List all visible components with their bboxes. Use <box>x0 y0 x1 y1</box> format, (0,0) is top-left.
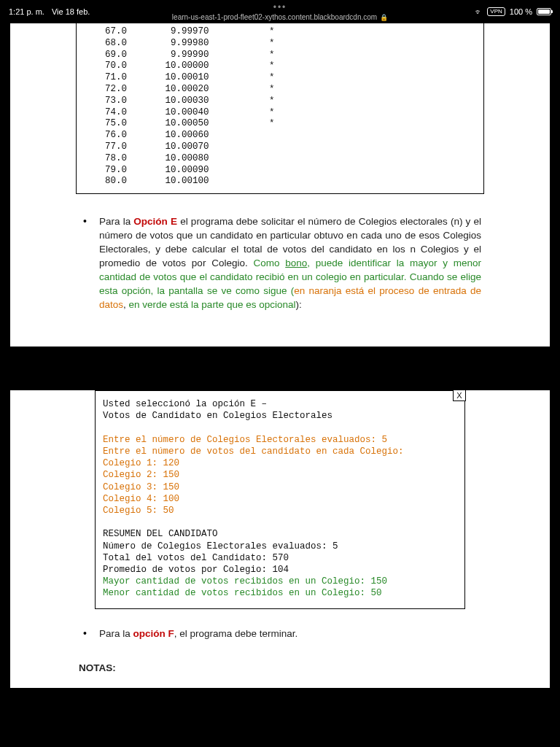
multitask-dots-icon[interactable]: ••• <box>172 3 388 12</box>
console-line: Colegio 4: 100 <box>103 493 457 505</box>
green-hint: en verde está la parte que es opcional <box>129 299 296 310</box>
browser-url: learn-us-east-1-prod-fleet02-xythos.cont… <box>172 13 388 21</box>
console-line: Usted seleccionó la opción E – <box>103 398 457 410</box>
status-time: 1:21 p. m. <box>9 7 44 16</box>
document-page-1: 67.0 9.99970 * 68.0 9.99980 * 69.0 9.999… <box>10 23 550 347</box>
table-row: 75.0 10.00050 * <box>77 118 483 130</box>
option-e-label: Opción E <box>133 216 177 227</box>
option-f-label: opción F <box>133 628 174 639</box>
table-row: 74.0 10.00040 * <box>77 107 483 119</box>
document-page-2: X Usted seleccionó la opción E – Votos d… <box>10 390 550 687</box>
notas-heading: NOTAS: <box>10 646 550 673</box>
table-row: 77.0 10.00070 <box>77 142 483 153</box>
battery-icon <box>537 8 551 15</box>
table-row: 67.0 9.99970 * <box>77 26 483 38</box>
console-line: Votos de Candidato en Colegios Electoral… <box>103 410 457 422</box>
status-date: Vie 18 feb. <box>52 7 90 16</box>
table-row: 79.0 10.00090 <box>77 165 483 177</box>
bullet-option-f: Para la opción F, el programa debe termi… <box>79 627 481 640</box>
console-line: Mayor cantidad de votos recibidos en un … <box>103 576 457 587</box>
console-line: Colegio 5: 50 <box>103 505 457 516</box>
console-line: Promedio de votos por Colegio: 104 <box>103 564 457 576</box>
console-line: Número de Colegios Electorales evaluados… <box>103 541 457 552</box>
console-line: Colegio 1: 120 <box>103 457 457 469</box>
table-row: 72.0 10.00020 * <box>77 84 483 96</box>
numeric-output-box: 67.0 9.99970 * 68.0 9.99980 * 69.0 9.999… <box>76 23 484 194</box>
console-line: Entre el número de votos del candidato e… <box>103 446 457 457</box>
bullet-option-e: Para la Opción E el programa debe solici… <box>79 214 481 311</box>
table-row: 76.0 10.00060 <box>77 130 483 142</box>
console-line: Menor cantidad de votos recibidos en un … <box>103 587 457 599</box>
table-row: 69.0 9.99990 * <box>77 50 483 61</box>
console-line: Colegio 2: 150 <box>103 469 457 481</box>
lock-icon: 🔒 <box>380 14 388 21</box>
table-row: 73.0 10.00030 * <box>77 96 483 107</box>
home-indicator[interactable] <box>192 739 368 743</box>
vpn-badge: VPN <box>487 7 505 16</box>
table-row: 70.0 10.00000 * <box>77 61 483 72</box>
console-line: Total del votos del Candidato: 570 <box>103 552 457 564</box>
console-line: Colegio 3: 150 <box>103 481 457 493</box>
console-output-box: X Usted seleccionó la opción E – Votos d… <box>95 390 465 608</box>
close-icon[interactable]: X <box>453 390 466 401</box>
bonus-label: bono <box>285 258 307 268</box>
wifi-icon: ᯤ <box>475 7 483 16</box>
console-line: RESUMEN DEL CANDIDATO <box>103 528 457 540</box>
status-bar: 1:21 p. m. Vie 18 feb. ••• learn-us-east… <box>0 0 560 23</box>
table-row: 80.0 10.00100 <box>77 176 483 187</box>
battery-percent: 100 % <box>510 7 532 16</box>
console-line: Entre el número de Colegios Electorales … <box>103 434 457 446</box>
table-row: 68.0 9.99980 * <box>77 38 483 50</box>
table-row: 71.0 10.00010 * <box>77 72 483 84</box>
table-row: 78.0 10.00080 <box>77 153 483 165</box>
